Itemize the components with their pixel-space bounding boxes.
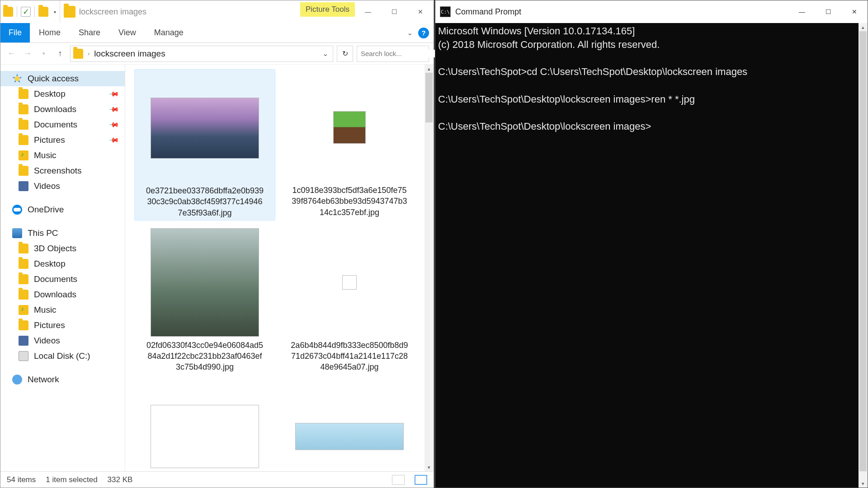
nav-quick-access[interactable]: Quick access [0, 71, 125, 86]
nav-item-documents[interactable]: Documents [0, 272, 125, 287]
file-thumbnail[interactable]: 02fd06330f43cc0e94e06084ad584a2d1f22cbc2… [134, 224, 275, 375]
vertical-scrollbar[interactable]: ▴ ▾ [859, 23, 868, 488]
nav-item-videos[interactable]: Videos [0, 178, 125, 194]
nav-label: Desktop [34, 89, 66, 99]
vertical-scrollbar[interactable]: ▴ ▾ [425, 65, 434, 471]
nav-label: Desktop [34, 259, 66, 269]
file-name: 1c0918e393bcf5df3a6e150fe7539f8764eb63bb… [291, 185, 408, 218]
close-button[interactable]: ✕ [841, 0, 868, 23]
nav-item-music[interactable]: Music [0, 302, 125, 318]
picture-tools-context-tab[interactable]: Picture Tools [300, 2, 355, 17]
nav-item-screenshots[interactable]: Screenshots [0, 163, 125, 178]
nav-item-pictures[interactable]: Pictures [0, 318, 125, 333]
ribbon-collapse-icon[interactable]: ⌄ [407, 28, 413, 37]
status-bar: 54 items 1 item selected 332 KB [0, 471, 434, 488]
folder-icon [19, 351, 28, 361]
address-dropdown-icon[interactable]: ⌄ [318, 49, 333, 58]
scrollbar-thumb[interactable] [859, 31, 867, 471]
nav-item-videos[interactable]: Videos [0, 333, 125, 348]
breadcrumb[interactable]: › lockscreen images ⌄ [70, 46, 333, 62]
file-thumbnail[interactable] [134, 378, 275, 471]
scroll-up-icon[interactable]: ▴ [859, 23, 868, 31]
nav-onedrive[interactable]: OneDrive [0, 202, 125, 217]
close-button[interactable]: ✕ [407, 0, 434, 23]
tab-manage[interactable]: Manage [145, 23, 193, 42]
window-title: lockscreen images [79, 7, 146, 17]
file-thumbnail[interactable]: 1c0918e393bcf5df3a6e150fe7539f8764eb63bb… [279, 69, 420, 221]
file-thumbnail[interactable]: 2a6b4b844d9fb333ec8500fb8d971d2673c04bff… [279, 224, 420, 375]
scroll-down-icon[interactable]: ▾ [428, 463, 430, 471]
cmd-icon: C:\ [440, 6, 451, 17]
cmd-titlebar[interactable]: C:\ Command Prompt — ☐ ✕ [435, 0, 868, 23]
thumbnail-image [151, 98, 259, 159]
nav-label: This PC [28, 228, 58, 238]
nav-item-local-disk-c-[interactable]: Local Disk (C:) [0, 348, 125, 364]
nav-item-downloads[interactable]: Downloads [0, 287, 125, 302]
refresh-button[interactable]: ↻ [337, 46, 353, 62]
tab-home[interactable]: Home [30, 23, 70, 42]
folder-icon [19, 290, 28, 300]
thumbnail-image [151, 405, 259, 468]
nav-back-button[interactable]: ← [5, 47, 18, 60]
thumbnail-image [342, 275, 357, 290]
nav-this-pc[interactable]: This PC [0, 225, 125, 241]
separator [17, 6, 17, 17]
explorer-titlebar[interactable]: ✓ ▾ lockscreen images Picture Tools — ☐ … [0, 0, 434, 23]
tab-file[interactable]: File [0, 23, 30, 42]
thumbnail-image [295, 423, 404, 450]
folder-icon [19, 120, 28, 130]
tab-share[interactable]: Share [70, 23, 109, 42]
nav-item-documents[interactable]: Documents📌 [0, 117, 125, 132]
title-group: lockscreen images [60, 0, 300, 23]
cmd-window-title: Command Prompt [455, 7, 789, 17]
nav-label: Documents [34, 120, 77, 130]
file-thumbnail[interactable] [279, 378, 420, 471]
window-controls: — ☐ ✕ [355, 0, 434, 23]
folder-icon [19, 150, 28, 160]
scrollbar-thumb[interactable] [425, 73, 433, 122]
thumbnails-view-button[interactable] [415, 475, 427, 485]
new-folder-icon[interactable] [38, 7, 48, 17]
nav-label: Pictures [34, 135, 65, 145]
nav-item-3d-objects[interactable]: 3D Objects [0, 241, 125, 256]
file-thumbnail[interactable]: 0e3721bee033786dbffa2e0b93930c3c9c0ab38c… [134, 69, 275, 221]
maximize-button[interactable]: ☐ [381, 0, 407, 23]
nav-label: Music [34, 150, 57, 160]
explorer-body: Quick access Desktop📌Downloads📌Documents… [0, 65, 434, 471]
nav-label: Quick access [28, 74, 79, 84]
breadcrumb-segment[interactable]: lockscreen images [94, 49, 165, 59]
nav-up-button[interactable]: ↑ [54, 47, 66, 60]
pc-icon [12, 228, 22, 238]
cmd-output[interactable]: Microsoft Windows [Version 10.0.17134.16… [435, 23, 868, 488]
navigation-pane[interactable]: Quick access Desktop📌Downloads📌Documents… [0, 65, 125, 471]
folder-icon [19, 89, 28, 99]
chevron-right-icon[interactable]: › [88, 50, 90, 57]
quick-access-toolbar: ✓ ▾ [0, 0, 60, 23]
minimize-button[interactable]: — [355, 0, 381, 23]
nav-network[interactable]: Network [0, 372, 125, 387]
tab-view[interactable]: View [109, 23, 145, 42]
nav-label: Local Disk (C:) [34, 351, 90, 361]
folder-icon [3, 7, 13, 17]
nav-item-pictures[interactable]: Pictures📌 [0, 132, 125, 148]
nav-forward-button[interactable]: → [21, 47, 34, 60]
scroll-up-icon[interactable]: ▴ [428, 65, 430, 73]
nav-label: Videos [34, 181, 60, 191]
help-icon[interactable]: ? [418, 28, 429, 38]
scroll-down-icon[interactable]: ▾ [859, 479, 868, 488]
nav-item-desktop[interactable]: Desktop [0, 256, 125, 272]
nav-item-downloads[interactable]: Downloads📌 [0, 102, 125, 117]
search-input[interactable] [361, 50, 447, 57]
folder-icon [19, 305, 28, 315]
file-list-pane[interactable]: 0e3721bee033786dbffa2e0b93930c3c9c0ab38c… [125, 65, 434, 471]
search-box[interactable]: 🔍 [357, 46, 429, 62]
pin-icon: 📌 [108, 88, 120, 100]
properties-icon[interactable]: ✓ [21, 7, 31, 17]
nav-item-desktop[interactable]: Desktop📌 [0, 86, 125, 102]
details-view-button[interactable] [392, 475, 405, 485]
nav-recent-dropdown-icon[interactable]: ▾ [38, 47, 50, 60]
maximize-button[interactable]: ☐ [815, 0, 841, 23]
nav-item-music[interactable]: Music [0, 148, 125, 163]
qat-dropdown-icon[interactable]: ▾ [52, 9, 58, 14]
minimize-button[interactable]: — [789, 0, 815, 23]
